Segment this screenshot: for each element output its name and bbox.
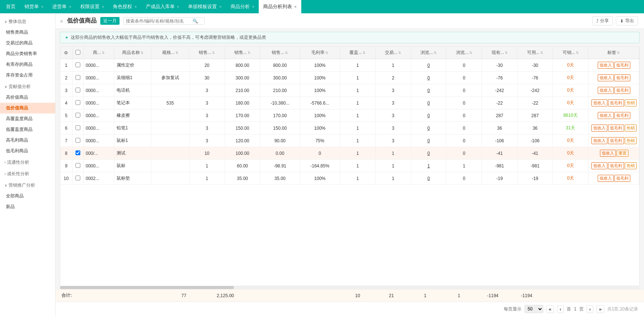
col-saleable[interactable]: 可销...⇅ — [553, 47, 588, 59]
col-name[interactable]: 商品名称⇅ — [114, 47, 151, 59]
row-checkbox[interactable] — [76, 138, 80, 143]
first-page-button[interactable]: « — [546, 305, 554, 313]
sidebar-item-new-goods[interactable]: 新品 — [0, 201, 55, 212]
nav-roles-close[interactable]: × — [134, 4, 137, 9]
nav-sales-order[interactable]: 销货单 × — [20, 0, 48, 13]
sidebar-item-low-margin[interactable]: 低毛利商品 — [0, 146, 55, 156]
horizontal-scrollbar[interactable] — [60, 286, 640, 289]
nav-product-storage-close[interactable]: × — [177, 4, 179, 9]
prev-page-button[interactable]: ‹ — [557, 305, 564, 313]
browse-link[interactable]: 0 — [427, 113, 430, 118]
sidebar-item-high-margin[interactable]: 高毛利商品 — [0, 135, 55, 146]
nav-product-storage[interactable]: 产成品入库单 × — [141, 0, 184, 13]
row-checkbox[interactable] — [76, 100, 80, 105]
col-sales-profit[interactable]: 销售...⇅ — [260, 47, 300, 59]
nav-product-analysis-list-close[interactable]: × — [294, 4, 296, 9]
row-checkbox[interactable] — [76, 88, 80, 92]
sidebar-item-category-sales[interactable]: 商品分类销售率 — [0, 48, 55, 59]
cell-browse2: 0 — [446, 109, 482, 122]
cell-name: 橡皮擦 — [114, 109, 151, 122]
nav-product-analysis-list[interactable]: 商品分析列表 × — [259, 0, 301, 13]
sidebar-group-contribution-title[interactable]: ∨ 贡献值分析 — [0, 81, 55, 92]
sidebar-group-growth: › 成长性分析 — [0, 169, 55, 179]
next-page-button[interactable]: › — [587, 305, 593, 313]
nav-sales-close[interactable]: × — [41, 4, 43, 9]
sidebar-item-stocked-goods[interactable]: 有库存的商品 — [0, 59, 55, 70]
scrollbar-thumb[interactable] — [60, 286, 234, 289]
sidebar-group-marketing-title[interactable]: ∨ 营销推广分析 — [0, 180, 55, 191]
cell-coverage: 1 — [340, 97, 375, 109]
row-checkbox[interactable] — [76, 163, 80, 168]
page-size-select[interactable]: 50 100 200 — [524, 305, 543, 313]
search-input[interactable] — [126, 18, 192, 24]
sidebar-collapse-button[interactable]: « — [60, 18, 63, 24]
browse-link[interactable]: 0 — [427, 75, 430, 81]
nav-purchase-close[interactable]: × — [69, 4, 71, 9]
col-sales-price[interactable]: 销售...⇅ — [225, 47, 260, 59]
cell-current: -242 — [482, 84, 517, 97]
nav-product-analysis-close[interactable]: × — [252, 4, 254, 9]
sidebar-group-growth-title[interactable]: › 成长性分析 — [0, 169, 55, 179]
cell-profit: 90.00 — [260, 135, 300, 147]
row-checkbox[interactable] — [76, 125, 80, 130]
sidebar-item-low-value[interactable]: 低价值商品 — [0, 103, 55, 113]
sidebar-item-stock-funds[interactable]: 库存资金占用 — [0, 70, 55, 81]
nav-home[interactable]: 首页 — [1, 0, 20, 13]
nav-purchase[interactable]: 进货单 × — [48, 0, 76, 13]
col-browse1[interactable]: 浏览...⇅ — [411, 47, 446, 59]
nav-template[interactable]: 单据模板设置 × — [184, 0, 226, 13]
sidebar-item-traded-goods[interactable]: 交易过的商品 — [0, 38, 55, 48]
sidebar-item-high-value[interactable]: 高价值商品 — [0, 92, 55, 103]
sidebar-group-overall-title[interactable]: ∨ 整体信息 — [0, 16, 55, 27]
sidebar-group-circulation-title[interactable]: › 流通性分析 — [0, 157, 55, 168]
date-range-button[interactable]: 近一月 — [100, 17, 120, 25]
cell-browse1: 0 — [411, 147, 446, 160]
share-button[interactable]: ⤴ 分享 — [592, 16, 613, 26]
col-spec[interactable]: 规格...⇅ — [151, 47, 189, 59]
browse-link[interactable]: 0 — [427, 88, 430, 93]
nav-permissions-close[interactable]: × — [102, 4, 104, 9]
footer-browse2-val: 1 — [442, 293, 476, 298]
row-checkbox[interactable] — [76, 176, 80, 180]
col-transaction[interactable]: 交易...⇅ — [375, 47, 411, 59]
sidebar-item-sales-goods[interactable]: 销售类商品 — [0, 27, 55, 38]
cell-days: 0天 — [553, 84, 588, 97]
col-browse2[interactable]: 浏览...⇅ — [446, 47, 482, 59]
col-sales-qty[interactable]: 销售...⇅ — [189, 47, 225, 59]
nav-roles[interactable]: 角色授权 × — [108, 0, 141, 13]
tag-1: 低毛利 — [608, 162, 624, 169]
col-coverage[interactable]: 覆盖...⇅ — [340, 47, 375, 59]
col-current[interactable]: 现有...⇅ — [482, 47, 517, 59]
browse-link[interactable]: 0 — [427, 63, 430, 68]
col-tags[interactable]: 标签⇅ — [588, 47, 639, 59]
sidebar-item-all-goods[interactable]: 全部商品 — [0, 191, 55, 201]
nav-template-close[interactable]: × — [219, 4, 221, 9]
col-available[interactable]: 可用...⇅ — [517, 47, 553, 59]
nav-permissions[interactable]: 权限设置 × — [76, 0, 108, 13]
browse-link[interactable]: 1 — [427, 163, 430, 169]
col-settings[interactable]: ⚙ — [60, 47, 72, 59]
sidebar-item-low-coverage[interactable]: 低覆盖度商品 — [0, 124, 55, 135]
browse-link[interactable]: 0 — [427, 138, 430, 143]
col-code[interactable]: 商...⇅ — [83, 47, 114, 59]
row-checkbox[interactable] — [76, 75, 80, 80]
table-row: 7 0000... 鼠标1 3 120.00 90.00 75% 1 3 0 0… — [60, 135, 639, 147]
row-checkbox[interactable] — [76, 150, 80, 155]
select-all-checkbox[interactable] — [76, 50, 80, 55]
last-page-button[interactable]: » — [596, 305, 604, 313]
col-margin[interactable]: 毛利率⇅ — [300, 47, 340, 59]
row-checkbox[interactable] — [76, 113, 80, 118]
search-icon[interactable]: 🔍 — [192, 18, 198, 24]
cell-name: 鼠标垫 — [114, 172, 151, 185]
browse-link[interactable]: 0 — [427, 126, 430, 131]
cell-margin: 100% — [300, 122, 340, 135]
sidebar-item-high-coverage[interactable]: 高覆盖度商品 — [0, 113, 55, 124]
export-button[interactable]: ⬇ 导出 — [616, 16, 638, 26]
browse-link[interactable]: 0 — [427, 101, 430, 106]
browse-link[interactable]: 0 — [427, 151, 430, 156]
search-box: 🔍 — [123, 17, 205, 25]
nav-product-analysis[interactable]: 商品分析 × — [226, 0, 259, 13]
cell-tags: 低收入低毛利 — [588, 109, 639, 122]
row-checkbox[interactable] — [76, 62, 80, 67]
browse-link[interactable]: 0 — [427, 176, 430, 181]
